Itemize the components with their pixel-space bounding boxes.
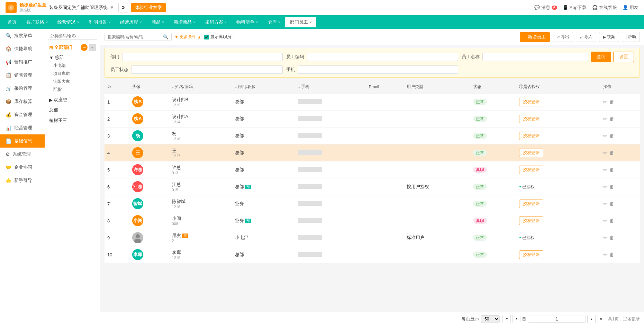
sidebar-item-search[interactable]: 🔍 搜索菜单 [0,29,45,42]
delete-icon[interactable]: 🗑 [609,99,614,105]
message-button[interactable]: 💬 消息 6 [534,5,557,11]
close-icon[interactable]: × [162,20,164,24]
dept-collapse-button[interactable]: « [89,44,96,51]
edit-icon[interactable]: ✏ [603,218,607,223]
sidebar-item-sales[interactable]: 📋 销售管理 [0,69,45,82]
user-button[interactable]: 👤 用友 [623,5,638,11]
more-filter-button[interactable]: ▼ 更多条件 ▲ [174,34,201,40]
emp-name-input[interactable] [482,53,588,61]
close-icon[interactable]: × [256,20,258,24]
col-phone[interactable]: ↕ 手机 [295,80,366,94]
edit-icon[interactable]: ✏ [603,99,607,105]
sidebar-item-basic[interactable]: 📄 基础信息 [0,134,45,148]
all-dept-button[interactable]: ⊞ 全部部门 [49,44,72,51]
delete-icon[interactable]: 🗑 [609,235,614,240]
dept-item-xiaodiande[interactable]: 小电部 [52,62,97,70]
tab-profit[interactable]: 利润报告× [84,17,115,27]
auth-login-button[interactable]: 授权登录 [519,166,543,174]
last-page-button[interactable]: » [597,315,605,323]
export-button[interactable]: ↗ 导出 [553,32,573,42]
auth-login-button[interactable]: 授权登录 [519,115,543,123]
tab-add-goods[interactable]: 新增商品× [169,17,200,27]
delete-icon[interactable]: 🗑 [609,167,614,173]
auth-login-button[interactable]: 授权登录 [519,217,543,225]
sidebar-item-inventory[interactable]: 📦 库存核算 [0,95,45,108]
dept-search-input[interactable] [50,34,100,38]
dept-group-toggle3[interactable]: 总部 [48,106,97,114]
dept-edit-button[interactable]: ✏ [81,44,88,51]
close-icon[interactable]: × [46,20,48,24]
delete-icon[interactable]: 🗑 [609,218,614,223]
emp-code-input[interactable] [307,53,459,61]
sidebar-item-manage[interactable]: 📊 经营管理 [0,121,45,134]
close-icon[interactable]: × [77,20,79,24]
search-button[interactable]: 查询 [591,52,611,62]
edit-icon[interactable]: ✏ [603,150,607,156]
dept-group-toggle2[interactable]: ▶ 双座想 [48,96,97,104]
delete-icon[interactable]: 🗑 [609,184,614,190]
auth-login-button[interactable]: 授权登录 [519,149,543,157]
delete-icon[interactable]: 🗑 [609,252,614,257]
dept-group-toggle4[interactable]: 植树王三 [48,116,97,125]
tab-home[interactable]: 首页 [3,17,21,27]
show-resigned-checkbox[interactable]: 显示离职员工 [204,34,235,40]
dept-item-project[interactable]: 项目库房 [52,70,97,78]
delete-icon[interactable]: 🗑 [609,133,614,139]
close-icon[interactable]: × [108,20,110,24]
page-number-input[interactable] [528,316,586,323]
help-button[interactable]: | 帮助 [622,32,640,42]
delete-icon[interactable]: 🗑 [609,150,614,156]
dept-filter-select[interactable] [122,53,283,61]
tab-bom[interactable]: 物料清单× [232,17,263,27]
auth-login-button[interactable]: 授权登录 [519,250,543,259]
tab-department[interactable]: 部门员工× [285,17,316,27]
sidebar-item-purchase[interactable]: 🛒 采购管理 [0,82,45,95]
trial-button[interactable]: 体验行业方案 [131,3,166,12]
auth-login-button[interactable]: 授权登录 [519,98,543,106]
tab-operation[interactable]: 经营情况× [53,17,84,27]
close-icon[interactable]: × [225,20,227,24]
tab-warehouse[interactable]: 仓库× [263,17,285,27]
chevron-down-icon[interactable]: ▼ [110,5,114,10]
col-dept[interactable]: ↕ 部门/职位 [232,80,295,94]
view-button[interactable]: ▶ 视频 [599,32,619,42]
delete-icon[interactable]: 🗑 [609,201,614,206]
close-icon[interactable]: × [278,20,280,24]
auth-login-button[interactable]: 授权登录 [519,200,543,208]
resigned-checkbox[interactable] [204,35,209,39]
sidebar-item-finance[interactable]: 💰 资金管理 [0,108,45,121]
emp-status-select[interactable] [131,65,283,74]
delete-icon[interactable]: 🗑 [609,116,614,122]
tab-customer[interactable]: 客户联络× [21,17,53,27]
prev-page-button[interactable]: ‹ [512,315,520,323]
sidebar-item-guide[interactable]: 🌟 新手引导 [0,174,45,187]
add-employee-button[interactable]: + 新增员工 [520,32,550,42]
edit-icon[interactable]: ✏ [603,167,607,173]
sidebar-item-marketing[interactable]: 📢 营销推广 [0,55,45,69]
col-name[interactable]: ↕ 姓名/编码 [169,80,232,94]
close-icon[interactable]: × [309,20,311,24]
first-page-button[interactable]: « [502,315,511,323]
dept-item-shenyang[interactable]: 沈阳大库 [52,78,97,86]
per-page-select[interactable]: 50 20 100 [481,315,500,323]
next-page-button[interactable]: › [587,315,596,323]
phone-input[interactable] [298,65,459,74]
settings-icon[interactable]: ⚙ [118,3,128,12]
close-icon[interactable]: × [139,20,142,24]
edit-icon[interactable]: ✏ [603,201,607,206]
edit-icon[interactable]: ✏ [603,184,607,190]
sidebar-item-quicknav[interactable]: 🏠 快捷导航 [0,42,45,55]
tab-goods[interactable]: 商品× [147,17,169,27]
import-button[interactable]: ↙ 导入 [576,32,596,42]
edit-icon[interactable]: ✏ [603,133,607,139]
col-settings[interactable]: ⚙ [105,80,129,94]
employee-search-input[interactable] [108,35,163,39]
edit-icon[interactable]: ✏ [603,252,607,257]
sidebar-item-collab[interactable]: 🤝 企业协同 [0,161,45,174]
tab-history[interactable]: 经营历程× [115,17,146,27]
auth-login-button[interactable]: 授权登录 [519,132,543,140]
close-icon[interactable]: × [193,20,195,24]
edit-icon[interactable]: ✏ [603,116,607,122]
tab-barcode[interactable]: 条码方案× [200,17,232,27]
dept-group-toggle[interactable]: ▼ 总部 [48,53,97,62]
